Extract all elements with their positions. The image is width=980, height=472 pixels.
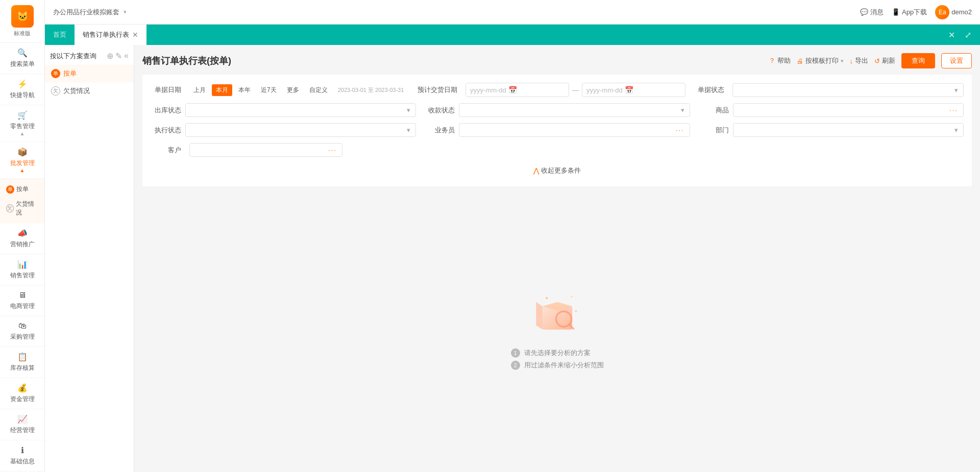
logo: 🐱 标准版 — [0, 0, 44, 43]
topbar-left: 办公用品行业模拟账套 ▾ — [53, 8, 127, 17]
add-scheme-btn[interactable]: ⊕ — [107, 51, 113, 61]
sidebar-item-wholesale[interactable]: 📦 批发管理 ▲ — [0, 142, 44, 179]
collapse-icon: ⋀ — [533, 167, 539, 175]
tab-close-btn[interactable]: ✕ — [132, 31, 138, 39]
sidebar-sub-credit-label: 欠货情况 — [16, 200, 38, 217]
date-tab-this-year[interactable]: 本年 — [234, 84, 255, 96]
customer-input[interactable]: ··· — [189, 143, 342, 157]
sidebar-item-label: 销售管理 — [10, 271, 35, 280]
wholesale-arrow: ▲ — [20, 168, 25, 173]
search-icon: 🔍 — [17, 48, 28, 58]
salesperson-label: 业务员 — [424, 126, 455, 135]
sidebar-item-marketing[interactable]: 📣 营销推广 — [0, 223, 44, 254]
sidebar-item-basic[interactable]: ℹ 基础信息 — [0, 440, 44, 471]
date-tab-this-month[interactable]: 本月 — [212, 84, 232, 96]
left-panel-title: 按以下方案查询 — [50, 52, 96, 61]
sidebar-item-label: 批发管理 — [10, 159, 35, 168]
goods-input[interactable]: ··· — [733, 103, 964, 117]
topbar: 办公用品行业模拟账套 ▾ 💬 消息 📱 App下载 Ea demo2 — [45, 0, 980, 25]
sidebar-sub-item-credit[interactable]: 欠 欠货情况 — [0, 197, 44, 220]
tab-home[interactable]: 首页 — [45, 25, 75, 45]
purchase-icon: 🛍 — [18, 321, 27, 331]
collect-status-select[interactable]: ▾ — [459, 103, 690, 117]
topbar-arrow[interactable]: ▾ — [124, 9, 127, 15]
sidebar-item-sales[interactable]: 📊 销售管理 — [0, 254, 44, 286]
filter-goods: 商品 ··· — [698, 103, 964, 117]
refresh-btn[interactable]: ↺ 刷新 — [874, 56, 895, 65]
message-icon: 💬 — [860, 8, 868, 16]
ecommerce-icon: 🖥 — [18, 291, 27, 300]
order-nav-icon: 单 — [51, 69, 60, 78]
right-panel: 销售订单执行表(按单) ？ 帮助 🖨 按模板打印 ▾ ↓ 导出 — [134, 45, 980, 472]
nav-item-credit[interactable]: 欠 欠货情况 — [45, 82, 134, 100]
date-tab-7days[interactable]: 近7天 — [257, 84, 281, 96]
export-btn[interactable]: ↓ 导出 — [850, 56, 869, 65]
delivery-date-to[interactable]: yyyy-mm-dd 📅 — [582, 83, 685, 97]
edit-scheme-btn[interactable]: ✎ — [115, 51, 122, 61]
left-panel-header: 按以下方案查询 ⊕ ✎ « — [45, 51, 134, 65]
filter-collect-status: 收款状态 ▾ — [424, 103, 690, 117]
nav-item-order[interactable]: 单 按单 — [45, 65, 134, 82]
sidebar-item-finance[interactable]: 💰 资金管理 — [0, 378, 44, 409]
credit-nav-icon: 欠 — [51, 86, 60, 96]
collapse-panel-btn[interactable]: « — [124, 51, 129, 61]
user-menu[interactable]: Ea demo2 — [935, 5, 972, 19]
page-title: 销售订单执行表(按单) — [142, 55, 231, 67]
main: 办公用品行业模拟账套 ▾ 💬 消息 📱 App下载 Ea demo2 首页 销售… — [45, 0, 980, 472]
help-btn[interactable]: ？ 帮助 — [769, 56, 791, 65]
search-button[interactable]: 查询 — [901, 53, 935, 68]
sidebar-item-ecommerce[interactable]: 🖥 电商管理 — [0, 286, 44, 316]
ship-status-select[interactable]: ▾ — [185, 103, 416, 117]
status-select[interactable]: ▾ — [732, 83, 964, 97]
date-tab-last-month[interactable]: 上月 — [189, 84, 210, 96]
sidebar-item-retail[interactable]: 🛒 零售管理 ▲ — [0, 105, 44, 142]
sidebar-item-inventory[interactable]: 📋 库存核算 — [0, 347, 44, 378]
tab-home-label: 首页 — [53, 30, 66, 39]
delivery-date-label: 预计交货日期 — [418, 85, 457, 95]
delivery-date-to-placeholder: yyyy-mm-dd — [586, 86, 623, 94]
refresh-icon: ↺ — [874, 57, 880, 65]
app-label: App下载 — [902, 8, 927, 17]
app-download-btn[interactable]: 📱 App下载 — [892, 8, 927, 17]
empty-tip-2: 2 用过滤条件来缩小分析范围 — [511, 361, 604, 370]
tab-sales-order[interactable]: 销售订单执行表 ✕ — [75, 25, 146, 45]
date-tabs: 上月 本月 本年 近7天 更多 自定义 — [189, 84, 332, 96]
filter-area: 单据日期 上月 本月 本年 近7天 更多 自定义 2023-03-01 至 20… — [142, 75, 972, 186]
sidebar-item-operations[interactable]: 📈 经营管理 — [0, 409, 44, 440]
filter-ship-status: 出库状态 ▾ — [151, 103, 416, 117]
tip-num-1: 1 — [511, 348, 520, 358]
exec-status-select[interactable]: ▾ — [185, 123, 416, 137]
message-btn[interactable]: 💬 消息 — [860, 8, 884, 17]
sidebar-item-label: 零售管理 — [10, 122, 35, 131]
collapse-btn[interactable]: ⋀ 收起更多条件 — [151, 163, 964, 178]
help-icon: ？ — [769, 56, 775, 65]
settings-button[interactable]: 设置 — [941, 53, 972, 68]
tab-close-icon[interactable]: ✕ — [945, 29, 958, 41]
sidebar-item-label: 采购管理 — [10, 333, 35, 341]
date-tab-more[interactable]: 更多 — [283, 84, 303, 96]
sidebar-item-search[interactable]: 🔍 搜索菜单 — [0, 43, 44, 74]
empty-tips: 1 请先选择要分析的方案 2 用过滤条件来缩小分析范围 — [511, 348, 604, 370]
print-btn[interactable]: 🖨 按模板打印 ▾ — [797, 56, 844, 65]
tab-expand-icon[interactable]: ⤢ — [962, 29, 974, 41]
left-panel-actions: ⊕ ✎ « — [107, 51, 129, 61]
filter-exec-status: 执行状态 ▾ — [151, 123, 416, 137]
tip-num-2: 2 — [511, 361, 520, 370]
filter-row-3: 执行状态 ▾ 业务员 ··· 部门 — [151, 123, 964, 137]
dept-select[interactable]: ▾ — [733, 123, 964, 137]
delivery-date-from[interactable]: yyyy-mm-dd 📅 — [465, 83, 569, 97]
sidebar-sub-item-order[interactable]: 单 按单 — [0, 182, 44, 197]
date-label: 单据日期 — [151, 85, 181, 95]
help-label: 帮助 — [777, 56, 791, 65]
sidebar-item-purchase[interactable]: 🛍 采购管理 — [0, 316, 44, 347]
date-range-text: 2023-03-01 至 2023-03-31 — [338, 86, 404, 94]
finance-icon: 💰 — [17, 383, 28, 393]
topbar-right: 💬 消息 📱 App下载 Ea demo2 — [860, 5, 972, 19]
filter-salesperson: 业务员 ··· — [424, 123, 690, 137]
delivery-date-from-placeholder: yyyy-mm-dd — [470, 86, 506, 94]
retail-icon: 🛒 — [17, 110, 28, 120]
sidebar-item-shortcut[interactable]: ⚡ 快捷导航 — [0, 74, 44, 105]
salesperson-input[interactable]: ··· — [459, 123, 690, 137]
sidebar-item-label: 库存核算 — [10, 364, 35, 372]
date-tab-custom[interactable]: 自定义 — [305, 84, 332, 96]
